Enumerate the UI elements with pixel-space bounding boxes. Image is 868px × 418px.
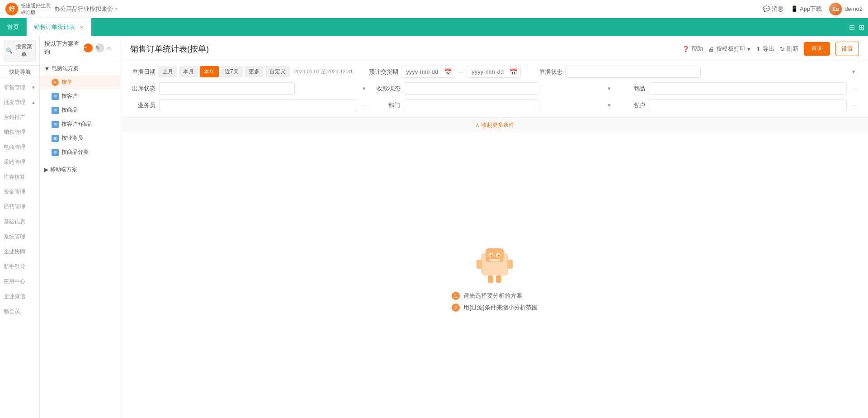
sidebar-group-newuser-title[interactable]: 新手引导 <box>0 258 39 273</box>
payment-status-select[interactable] <box>404 82 539 95</box>
page-header: 销售订单统计表(按单) ❓ 帮助 🖨 按模板打印 ▾ ⬆ 导出 <box>121 36 868 60</box>
custom-date-btn[interactable]: 自定义 <box>265 66 290 77</box>
sidebar-group-system-title[interactable]: 系统管理 <box>0 228 39 243</box>
scheme-item-by-salesperson[interactable]: ▦ 按业务员 <box>40 131 121 145</box>
goods-cell: 商品 ··· <box>620 82 859 95</box>
tip-number-1: 1 <box>452 292 460 300</box>
scheme-panel-title: 按以下方案查询 <box>44 40 81 56</box>
order-status-select[interactable] <box>565 66 701 78</box>
scheme-mobile-group: ▶ 移动端方案 <box>40 161 121 178</box>
tab-sales-order-stat[interactable]: 销售订单统计表 ✕ <box>27 18 91 36</box>
this-year-btn[interactable]: 本年 <box>200 66 219 77</box>
scheme-edit-button[interactable]: ✎ <box>95 43 104 52</box>
sidebar-group-wholesale-title[interactable]: 批发管理 ▲ <box>0 94 39 109</box>
help-button[interactable]: ❓ 帮助 <box>682 45 703 53</box>
scheme-item-by-goods-category[interactable]: ⊞ 按商品分类 <box>40 145 121 159</box>
sidebar-group-operations-title[interactable]: 经营管理 <box>0 199 39 214</box>
sidebar-group-inventory-title[interactable]: 库存核算 <box>0 169 39 184</box>
sidebar-search-section: 🔍 搜索菜单 <box>0 36 39 66</box>
template-print-button[interactable]: 🖨 按模板打印 ▾ <box>708 45 750 53</box>
scheme-item-by-order[interactable]: ● 按单 <box>40 75 121 89</box>
sidebar-group-vip-title[interactable]: 畅会员 <box>0 303 39 318</box>
goods-more-button[interactable]: ··· <box>850 85 859 92</box>
salesperson-input[interactable] <box>159 99 357 111</box>
settings-button[interactable]: 设置 <box>835 42 859 56</box>
department-select[interactable] <box>404 99 539 111</box>
search-icon: 🔍 <box>6 48 13 54</box>
print-expand-icon: ▾ <box>747 46 750 52</box>
tab-minimize-icon[interactable]: ⊟ <box>849 23 855 32</box>
tab-fullscreen-icon[interactable]: ⊞ <box>859 23 864 32</box>
scheme-pc-group: ▼ 电脑端方案 ● 按单 ⊞ 按客户 ⊞ 按商品 ⊞ 按客户+商品 <box>40 60 121 161</box>
sidebar-group-enterprise-title[interactable]: 企业协同 <box>0 243 39 258</box>
user-menu-button[interactable]: Ea demo2 <box>829 3 863 15</box>
sidebar-group-basic: 基础信息 <box>0 214 39 228</box>
tab-close-button[interactable]: ✕ <box>80 24 84 30</box>
top-header: 好 畅捷通好生意 标准版 办公用品行业模拟账套 ▾ 💬 消息 📱 App下载 E… <box>0 0 868 18</box>
scheme-panel: 按以下方案查询 + ✎ « ▼ 电脑端方案 ● 按单 <box>40 36 121 418</box>
page-actions: ❓ 帮助 🖨 按模板打印 ▾ ⬆ 导出 ↻ 刷新 <box>682 42 859 56</box>
tab-bar-right: ⊟ ⊞ <box>849 23 868 32</box>
sidebar-group-sales-title[interactable]: 销售管理 <box>0 124 39 139</box>
sidebar-group-retail-title[interactable]: 零售管理 ▼ <box>0 79 39 94</box>
refresh-button[interactable]: ↻ 刷新 <box>780 45 798 53</box>
scheme-collapse-button[interactable]: « <box>107 43 116 52</box>
goods-label: 商品 <box>620 85 645 93</box>
sidebar-group-basic-title[interactable]: 基础信息 <box>0 214 39 228</box>
date-separator: — <box>458 68 464 75</box>
sidebar-search-button[interactable]: 🔍 搜索菜单 <box>4 40 36 62</box>
last-7-days-btn[interactable]: 近7天 <box>221 66 243 77</box>
goods-input[interactable] <box>649 82 847 95</box>
date-quick-buttons: 上月 本月 本年 近7天 更多 自定义 <box>158 66 290 77</box>
sidebar-quick-nav[interactable]: 快捷导航 <box>0 66 39 79</box>
scheme-item-by-customer-goods[interactable]: ⊞ 按客户+商品 <box>40 117 121 131</box>
sidebar-group-ecommerce: 电商管理 <box>0 139 39 154</box>
scheme-item-by-goods[interactable]: ⊞ 按商品 <box>40 103 121 117</box>
sidebar-group-finance-title[interactable]: 资金管理 <box>0 184 39 199</box>
scheme-add-button[interactable]: + <box>84 43 93 52</box>
print-icon: 🖨 <box>708 46 714 52</box>
sidebar-group-marketing: 营销推广 <box>0 109 39 124</box>
empty-tip-2: 2 用[过滤]条件来缩小分析范围 <box>452 304 537 312</box>
customer-input[interactable] <box>649 99 847 111</box>
svg-rect-9 <box>488 276 493 283</box>
breadcrumb-separator: ▾ <box>115 5 118 12</box>
scheme-item-icon: ▦ <box>52 135 59 142</box>
app-download-button[interactable]: 📱 App下载 <box>791 5 822 13</box>
empty-tips: 1 请先选择要分析的方案 2 用[过滤]条件来缩小分析范围 <box>452 292 537 312</box>
svg-rect-7 <box>476 260 482 269</box>
query-button[interactable]: 查询 <box>804 42 830 56</box>
salesperson-more-button[interactable]: ··· <box>361 102 369 109</box>
sidebar-group-wecom-title[interactable]: 企业微信 <box>0 288 39 303</box>
svg-rect-8 <box>507 260 513 269</box>
messages-button[interactable]: 💬 消息 <box>763 5 783 13</box>
delivery-status-cell: 出库状态 <box>130 82 369 95</box>
expected-delivery-label: 预计交货期 <box>369 68 398 76</box>
calendar-icon: 📅 <box>444 68 452 76</box>
scheme-mobile-group-title[interactable]: ▶ 移动端方案 <box>40 163 121 176</box>
mobile-group-expand-icon: ▶ <box>44 166 48 173</box>
logo-icon: 好 <box>5 3 18 15</box>
customer-more-button[interactable]: ··· <box>850 102 859 109</box>
message-icon: 💬 <box>763 5 770 12</box>
delivery-status-select[interactable] <box>159 82 295 95</box>
last-month-btn[interactable]: 上月 <box>158 66 177 77</box>
scheme-pc-group-title[interactable]: ▼ 电脑端方案 <box>40 62 121 75</box>
sidebar-group-marketing-title[interactable]: 营销推广 <box>0 109 39 124</box>
user-avatar: Ea <box>829 3 842 15</box>
scheme-item-by-customer[interactable]: ⊞ 按客户 <box>40 89 121 103</box>
date-range-text: 2023-01-01 至 2023-12-31 <box>294 68 353 75</box>
more-date-btn[interactable]: 更多 <box>245 66 264 77</box>
sidebar: 🔍 搜索菜单 快捷导航 零售管理 ▼ 批发管理 ▲ 营销推广 <box>0 36 40 418</box>
collapse-bar[interactable]: ∧ 收起更多条件 <box>121 117 868 133</box>
tab-home[interactable]: 首页 <box>0 18 27 36</box>
sidebar-group-newuser: 新手引导 <box>0 258 39 273</box>
expand-icon: ▼ <box>31 85 36 90</box>
order-status-select-wrap <box>565 66 859 78</box>
sidebar-group-appstore-title[interactable]: 应用中心 <box>0 273 39 288</box>
sidebar-group-purchase-title[interactable]: 采购管理 <box>0 154 39 169</box>
sidebar-group-ecommerce-title[interactable]: 电商管理 <box>0 139 39 154</box>
export-button[interactable]: ⬆ 导出 <box>756 45 774 53</box>
this-month-btn[interactable]: 本月 <box>179 66 198 77</box>
delivery-start-wrap: 📅 <box>401 66 455 78</box>
